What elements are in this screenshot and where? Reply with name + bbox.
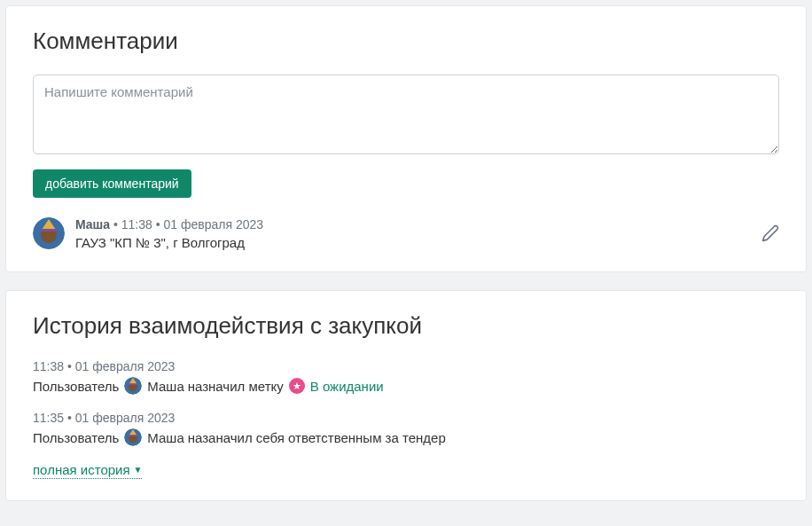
history-card: История взаимодействия с закупкой 11:38 … bbox=[5, 290, 807, 501]
status-badge: В ожидании bbox=[310, 379, 384, 394]
comments-card: Комментарии добавить комментарий Маша • … bbox=[5, 5, 807, 272]
history-text: Пользователь Маша назначил метку ★ В ожи… bbox=[33, 377, 779, 395]
avatar bbox=[33, 217, 65, 249]
svg-rect-2 bbox=[41, 229, 57, 232]
full-history-link[interactable]: полная история ▼ bbox=[33, 462, 142, 479]
history-item: 11:35 • 01 февраля 2023 Пользователь Маш… bbox=[33, 411, 779, 446]
avatar bbox=[124, 377, 142, 395]
star-icon: ★ bbox=[289, 378, 305, 394]
comment-time: 11:38 bbox=[121, 217, 152, 232]
avatar bbox=[124, 428, 142, 446]
history-title: История взаимодействия с закупкой bbox=[33, 312, 779, 340]
comment-author: Маша bbox=[75, 217, 110, 232]
comment-body: Маша • 11:38 • 01 февраля 2023 ГАУЗ "КП … bbox=[75, 217, 779, 250]
history-timestamp: 11:35 • 01 февраля 2023 bbox=[33, 411, 779, 425]
comments-title: Комментарии bbox=[33, 27, 779, 55]
comment-text: ГАУЗ "КП № 3", г Волгоград bbox=[75, 235, 779, 250]
comment-date: 01 февраля 2023 bbox=[164, 217, 264, 232]
history-item: 11:38 • 01 февраля 2023 Пользователь Маш… bbox=[33, 359, 779, 395]
svg-rect-5 bbox=[129, 383, 137, 385]
history-timestamp: 11:38 • 01 февраля 2023 bbox=[33, 359, 779, 373]
comment-input[interactable] bbox=[33, 75, 779, 154]
svg-rect-8 bbox=[129, 435, 137, 436]
edit-icon[interactable] bbox=[761, 224, 779, 242]
comment-meta: Маша • 11:38 • 01 февраля 2023 bbox=[75, 217, 779, 232]
add-comment-button[interactable]: добавить комментарий bbox=[33, 169, 191, 198]
comment-item: Маша • 11:38 • 01 февраля 2023 ГАУЗ "КП … bbox=[33, 217, 779, 250]
chevron-down-icon: ▼ bbox=[134, 465, 143, 475]
history-text: Пользователь Маша назаначил себя ответст… bbox=[33, 428, 779, 446]
